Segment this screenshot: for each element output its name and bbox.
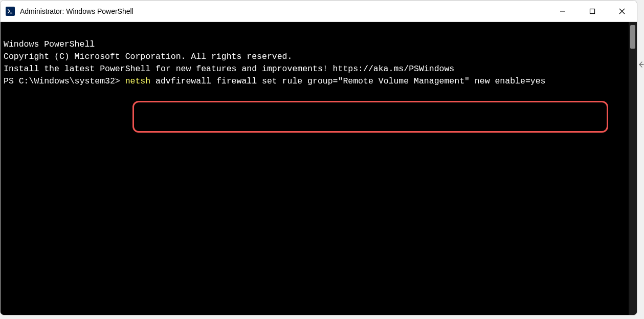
prompt-line: PS C:\Windows\system32> netsh advfirewal… — [4, 75, 626, 88]
output-line: Copyright (C) Microsoft Corporation. All… — [4, 51, 626, 63]
svg-rect-0 — [7, 8, 14, 15]
console-area: Windows PowerShellCopyright (C) Microsof… — [1, 22, 637, 315]
console-output[interactable]: Windows PowerShellCopyright (C) Microsof… — [1, 22, 629, 315]
command-name: netsh — [125, 76, 151, 86]
prompt-text: PS C:\Windows\system32> — [4, 76, 125, 86]
window-title: Administrator: Windows PowerShell — [20, 7, 548, 15]
powershell-window: Administrator: Windows PowerShell Window… — [0, 0, 637, 315]
resize-arrow-icon — [638, 60, 644, 69]
window-controls — [548, 1, 637, 22]
minimize-button[interactable] — [548, 1, 578, 22]
powershell-icon — [6, 7, 15, 16]
maximize-button[interactable] — [578, 1, 607, 22]
scrollbar-track[interactable] — [629, 22, 637, 315]
annotation-highlight-box — [132, 101, 608, 133]
output-line: Windows PowerShell — [4, 38, 626, 51]
scrollbar-thumb[interactable] — [630, 25, 635, 49]
titlebar[interactable]: Administrator: Windows PowerShell — [1, 1, 637, 22]
svg-rect-3 — [590, 9, 595, 13]
output-line: Install the latest PowerShell for new fe… — [4, 63, 626, 75]
close-button[interactable] — [607, 1, 637, 22]
command-args: advfirewall firewall set rule group="Rem… — [150, 76, 545, 86]
